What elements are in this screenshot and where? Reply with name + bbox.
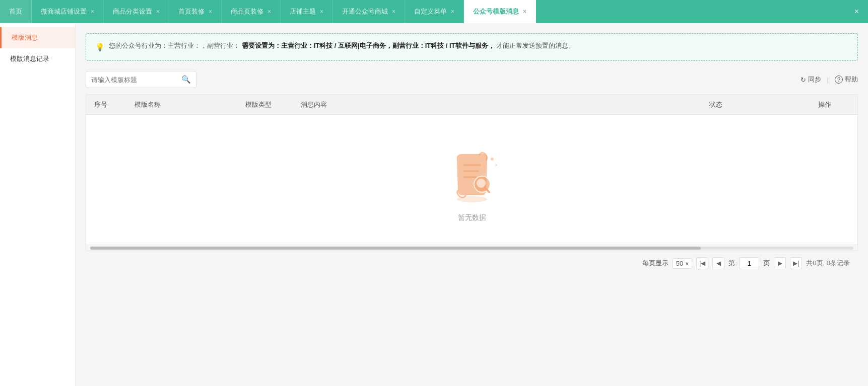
tab-home[interactable]: 首页	[0, 0, 32, 23]
empty-text: 暂无数据	[458, 213, 486, 222]
help-label: 帮助	[845, 75, 858, 84]
sidebar: 模版消息 模版消息记录	[0, 23, 76, 386]
notice-text: 您的公众号行业为：主营行业：，副营行业： 需要设置为：主营行业：IT科技 / 互…	[109, 41, 575, 51]
tab-open-mall-close[interactable]: ×	[392, 8, 395, 15]
tab-custom-menu[interactable]: 自定义菜单 ×	[405, 0, 464, 23]
th-status: 状态	[701, 100, 792, 109]
tab-shop-theme-close[interactable]: ×	[320, 8, 323, 15]
tab-template-msg[interactable]: 公众号模版消息 ×	[464, 0, 536, 23]
notice-highlight: 需要设置为：主营行业：IT科技 / 互联网|电子商务，副营行业：IT科技 / I…	[242, 42, 495, 49]
tab-home-label: 首页	[9, 7, 22, 16]
tab-wechat-shop-close[interactable]: ×	[91, 8, 94, 15]
per-page-label: 每页显示	[642, 259, 669, 268]
prev-page-button[interactable]: ◀	[712, 257, 724, 269]
tab-open-mall-label: 开通公众号商城	[342, 7, 388, 16]
tab-template-msg-close[interactable]: ×	[523, 8, 526, 15]
close-all-tabs[interactable]: ×	[845, 7, 868, 16]
th-seq: 序号	[86, 100, 126, 109]
notice-suffix: 才能正常发送预置的消息。	[496, 42, 575, 49]
tab-product-decor-label: 商品页装修	[231, 7, 263, 16]
search-input-wrap[interactable]: 🔍	[86, 71, 196, 88]
page-suffix: 页	[763, 259, 770, 268]
tab-home-decor[interactable]: 首页装修 ×	[169, 0, 222, 23]
content-area: 💡 您的公众号行业为：主营行业：，副营行业： 需要设置为：主营行业：IT科技 /…	[76, 23, 868, 386]
search-bar: 🔍 ↻ 同步 | ? 帮助	[86, 71, 858, 88]
tab-product-category-label: 商品分类设置	[113, 7, 152, 16]
help-circle-icon: ?	[835, 75, 843, 84]
help-button[interactable]: ? 帮助	[835, 75, 858, 84]
sync-button[interactable]: ↻ 同步	[800, 75, 821, 84]
toolbar-right: ↻ 同步 | ? 帮助	[800, 75, 858, 84]
per-page-value: 50	[676, 260, 683, 267]
next-page-button[interactable]: ▶	[774, 257, 786, 269]
page-label: 第	[728, 259, 735, 268]
search-input[interactable]	[91, 76, 179, 84]
pagination: 每页显示 50 ∨ |◀ ◀ 第 页 ▶ ▶| 共0页, 0条记录	[86, 251, 858, 269]
tab-open-mall[interactable]: 开通公众号商城 ×	[333, 0, 405, 23]
tab-home-decor-close[interactable]: ×	[209, 8, 212, 15]
table-wrap: 序号 模版名称 模版类型 消息内容 状态 操作	[86, 94, 858, 251]
toolbar-divider: |	[827, 76, 829, 84]
tab-home-decor-label: 首页装修	[178, 7, 205, 16]
notice-icon: 💡	[95, 41, 105, 53]
notice-box: 💡 您的公众号行业为：主营行业：，副营行业： 需要设置为：主营行业：IT科技 /…	[86, 33, 858, 61]
horizontal-scrollbar[interactable]	[86, 245, 857, 251]
sidebar-item-template-msg[interactable]: 模版消息	[0, 27, 75, 48]
tab-template-msg-label: 公众号模版消息	[473, 7, 519, 16]
scrollbar-track	[90, 247, 853, 250]
last-page-button[interactable]: ▶|	[790, 257, 802, 269]
sidebar-item-template-records[interactable]: 模版消息记录	[0, 48, 75, 69]
svg-point-7	[491, 158, 494, 161]
sidebar-item-template-msg-label: 模版消息	[12, 34, 38, 41]
sync-label: 同步	[808, 75, 821, 84]
th-name: 模版名称	[126, 100, 237, 109]
total-info: 共0页, 0条记录	[806, 259, 850, 268]
tab-product-category[interactable]: 商品分类设置 ×	[104, 0, 169, 23]
table-header: 序号 模版名称 模版类型 消息内容 状态 操作	[86, 95, 857, 115]
tab-product-category-close[interactable]: ×	[156, 8, 160, 15]
empty-state-icon	[442, 145, 502, 205]
tab-product-decor-close[interactable]: ×	[268, 8, 271, 15]
tab-shop-theme[interactable]: 店铺主题 ×	[281, 0, 333, 23]
per-page-select[interactable]: 50 ∨	[673, 258, 692, 269]
empty-state: 暂无数据	[86, 115, 857, 243]
tab-shop-theme-label: 店铺主题	[290, 7, 316, 16]
tab-product-decor[interactable]: 商品页装修 ×	[222, 0, 281, 23]
main-layout: 模版消息 模版消息记录 💡 您的公众号行业为：主营行业：，副营行业： 需要设置为…	[0, 23, 868, 386]
tab-wechat-shop-label: 微商城店铺设置	[41, 7, 87, 16]
tab-bar: 首页 微商城店铺设置 × 商品分类设置 × 首页装修 × 商品页装修 × 店铺主…	[0, 0, 868, 23]
search-button[interactable]: 🔍	[181, 75, 191, 84]
sidebar-item-template-records-label: 模版消息记录	[10, 55, 49, 62]
tab-custom-menu-label: 自定义菜单	[414, 7, 447, 16]
notice-prefix: 您的公众号行业为：主营行业：，副营行业：	[109, 42, 240, 49]
tab-custom-menu-close[interactable]: ×	[451, 8, 454, 15]
svg-point-8	[495, 164, 497, 166]
page-number-input[interactable]	[739, 257, 759, 269]
sync-icon: ↻	[800, 76, 806, 84]
first-page-button[interactable]: |◀	[696, 257, 708, 269]
th-action: 操作	[792, 100, 857, 109]
th-type: 模版类型	[237, 100, 293, 109]
chevron-down-icon: ∨	[685, 261, 689, 266]
scrollbar-thumb	[90, 247, 701, 250]
th-content: 消息内容	[293, 100, 701, 109]
tab-wechat-shop[interactable]: 微商城店铺设置 ×	[32, 0, 104, 23]
